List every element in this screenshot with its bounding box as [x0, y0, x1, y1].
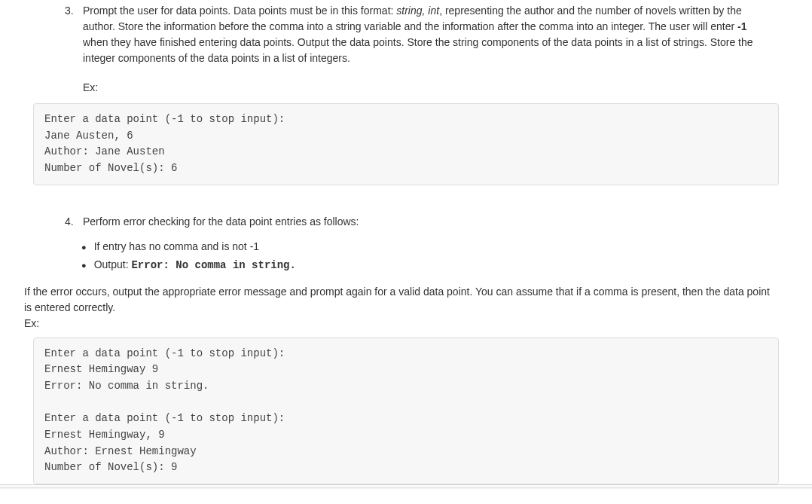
example-label-2: Ex:	[24, 317, 39, 329]
example-label-1: Ex:	[24, 80, 788, 96]
bottom-border	[0, 484, 812, 485]
step-4-text: Perform error checking for the data poin…	[83, 214, 788, 230]
bullet-1: ● If entry has no comma and is not -1	[81, 239, 788, 255]
error-message: Error: No comma in string.	[131, 259, 295, 271]
bullet-dot-icon: ●	[81, 240, 87, 255]
format-int: int	[428, 5, 439, 17]
code-block-2: Enter a data point (-1 to stop input): E…	[33, 338, 779, 485]
bullet-2-text: Output: Error: No comma in string.	[94, 257, 296, 273]
bullet-2: ● Output: Error: No comma in string.	[81, 257, 788, 273]
text: Prompt the user for data points. Data po…	[83, 5, 396, 17]
step-3: 3. Prompt the user for data points. Data…	[24, 3, 788, 66]
step-3-text: Prompt the user for data points. Data po…	[83, 3, 788, 66]
code-block-1: Enter a data point (-1 to stop input): J…	[33, 103, 779, 185]
bottom-shadow	[0, 487, 812, 490]
bullet-dot-icon: ●	[81, 258, 87, 273]
output-label: Output:	[94, 258, 132, 270]
text: If the error occurs, output the appropri…	[24, 286, 770, 313]
content-area: 3. Prompt the user for data points. Data…	[0, 3, 812, 484]
format-string: string	[396, 5, 422, 17]
step-4: 4. Perform error checking for the data p…	[24, 214, 788, 230]
bullet-list: ● If entry has no comma and is not -1 ● …	[24, 239, 788, 273]
step-3-number: 3.	[65, 3, 80, 66]
bullet-1-text: If entry has no comma and is not -1	[94, 239, 259, 255]
text: when they have finished entering data po…	[83, 36, 753, 64]
step-4-number: 4.	[65, 214, 80, 230]
document-page: 3. Prompt the user for data points. Data…	[0, 0, 812, 490]
neg-one: -1	[737, 20, 746, 32]
error-explanation: If the error occurs, output the appropri…	[24, 284, 788, 331]
